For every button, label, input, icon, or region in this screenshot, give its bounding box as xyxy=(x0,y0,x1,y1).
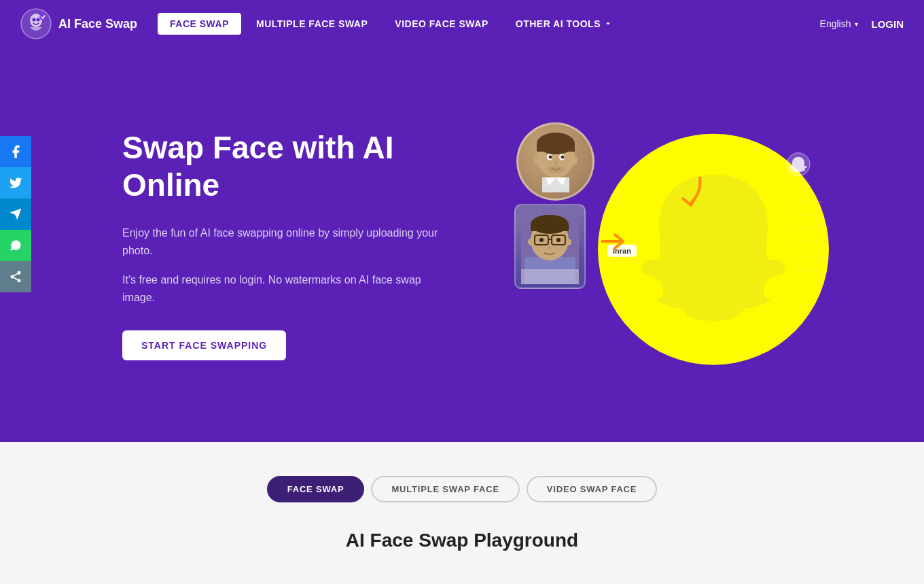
tabs-section: FACE SWAP MULTIPLE SWAP FACE VIDEO SWAP … xyxy=(0,442,924,584)
yellow-result-circle: Inran xyxy=(598,134,829,365)
svg-line-4 xyxy=(14,273,18,275)
nav-other-ai-tools[interactable]: OTHER AI TOOLS xyxy=(503,13,624,35)
share-button[interactable] xyxy=(0,261,31,292)
svg-point-0 xyxy=(18,271,21,275)
nav-multiple-face-swap[interactable]: MULTIPLE FACE SWAP xyxy=(244,13,380,35)
section-title: AI Face Swap Playground xyxy=(346,530,578,551)
hero-section: Swap Face with AI Online Enjoy the fun o… xyxy=(0,48,924,442)
svg-point-16 xyxy=(561,155,564,158)
face-avatar-1 xyxy=(525,131,586,192)
facebook-share-button[interactable] xyxy=(0,136,31,167)
svg-point-2 xyxy=(18,279,21,282)
tab-face-swap[interactable]: FACE SWAP xyxy=(267,476,365,502)
svg-point-19 xyxy=(572,156,578,165)
source-face-photo-1 xyxy=(516,122,594,201)
svg-rect-25 xyxy=(531,224,569,231)
lang-chevron-icon: ▾ xyxy=(855,20,858,28)
snapchat-overlay-icon xyxy=(786,152,811,179)
svg-point-8 xyxy=(37,18,40,22)
tab-video-swap-face[interactable]: VIDEO SWAP FACE xyxy=(527,476,657,502)
tab-multiple-swap-face[interactable]: MULTIPLE SWAP FACE xyxy=(371,476,519,502)
twitter-share-button[interactable] xyxy=(0,167,31,199)
svg-point-29 xyxy=(539,238,544,242)
language-selector[interactable]: English ▾ xyxy=(820,18,858,29)
nav-face-swap[interactable]: FACE SWAP xyxy=(158,13,241,35)
start-face-swapping-button[interactable]: START FACE SWAPPING xyxy=(122,330,286,360)
arrow-down-icon xyxy=(676,177,703,216)
navbar: AI Face Swap FACE SWAP MULTIPLE FACE SWA… xyxy=(0,0,924,48)
nav-right: English ▾ LOGIN xyxy=(820,18,904,30)
svg-point-9 xyxy=(39,14,46,20)
decorative-lines xyxy=(792,182,825,317)
logo-link[interactable]: AI Face Swap xyxy=(20,8,137,39)
arrow-right-icon xyxy=(601,231,628,257)
tab-bar: FACE SWAP MULTIPLE SWAP FACE VIDEO SWAP … xyxy=(267,476,658,502)
logo-text: AI Face Swap xyxy=(58,17,137,31)
svg-rect-20 xyxy=(542,177,569,192)
telegram-share-button[interactable] xyxy=(0,199,31,230)
svg-point-1 xyxy=(11,275,14,279)
svg-point-18 xyxy=(534,156,539,165)
whatsapp-share-button[interactable] xyxy=(0,230,31,261)
svg-point-30 xyxy=(556,238,561,242)
hero-content: Swap Face with AI Online Enjoy the fun o… xyxy=(122,129,448,361)
hero-desc2: It's free and requires no login. No wate… xyxy=(122,271,448,306)
login-button[interactable]: LOGIN xyxy=(872,18,904,30)
svg-point-7 xyxy=(33,18,36,22)
svg-rect-33 xyxy=(521,269,579,284)
svg-point-31 xyxy=(528,239,533,245)
hero-title: Swap Face with AI Online xyxy=(122,129,448,204)
nav-links: FACE SWAP MULTIPLE FACE SWAP VIDEO FACE … xyxy=(158,13,820,35)
svg-point-14 xyxy=(548,155,552,158)
svg-point-32 xyxy=(566,239,571,245)
svg-point-17 xyxy=(546,165,565,173)
social-sidebar xyxy=(0,136,31,292)
hero-illustration: Inran xyxy=(448,102,870,388)
logo-icon xyxy=(20,8,52,39)
hero-desc1: Enjoy the fun of AI face swapping online… xyxy=(122,224,448,259)
source-face-photo-2 xyxy=(514,204,586,289)
svg-rect-12 xyxy=(537,143,575,152)
svg-line-3 xyxy=(14,277,18,279)
dropdown-chevron-icon xyxy=(604,20,612,28)
nav-video-face-swap[interactable]: VIDEO FACE SWAP xyxy=(383,13,500,35)
face-avatar-2 xyxy=(521,209,579,284)
